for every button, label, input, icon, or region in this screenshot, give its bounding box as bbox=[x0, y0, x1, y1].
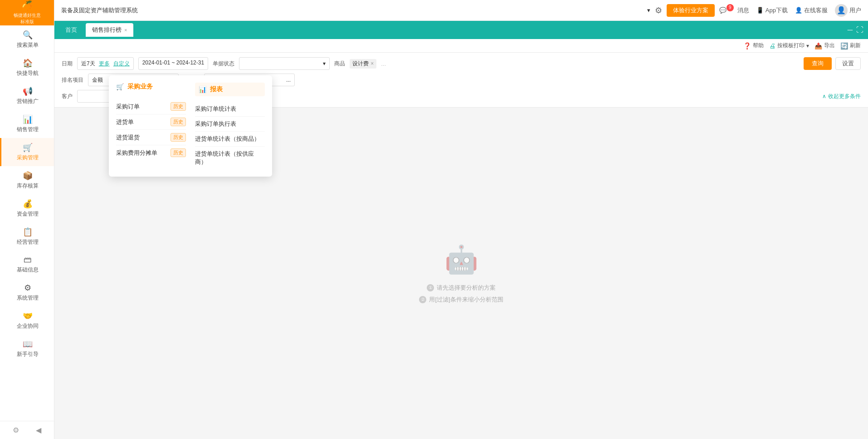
main-area: 装备及固定资产辅助管理系统 ▾ ⚙ 体验行业方案 💬 9 消息 📱 App下载 … bbox=[54, 0, 868, 439]
item-label: 进货单 bbox=[116, 118, 134, 126]
reports-col: 📊 报表 采购订单统计表 采购订单执行表 进货单统计表（按商品） 进货单统计表（… bbox=[195, 83, 265, 169]
purchase-col: 🛒 采购业务 采购订单 历史 进货单 历史 进货退货 历史 bbox=[116, 83, 186, 169]
dropdown-cols: 🛒 采购业务 采购订单 历史 进货单 历史 进货退货 历史 bbox=[116, 83, 265, 169]
item-label: 进货单统计表（按商品） bbox=[195, 135, 260, 143]
history-badge: 历史 bbox=[171, 118, 186, 126]
dropdown-item-purchase-order-exec[interactable]: 采购订单执行表 bbox=[195, 117, 265, 132]
item-label: 采购订单统计表 bbox=[195, 105, 236, 113]
reports-col-header: 📊 报表 bbox=[195, 83, 265, 96]
item-label: 进货退货 bbox=[116, 133, 140, 142]
dropdown-item-goods-stats-by-supplier[interactable]: 进货单统计表（按供应商） bbox=[195, 147, 265, 169]
history-badge: 历史 bbox=[171, 102, 186, 111]
reports-header-icon: 📊 bbox=[199, 86, 206, 93]
history-badge: 历史 bbox=[171, 148, 186, 157]
item-label: 采购订单 bbox=[116, 103, 140, 111]
dropdown-menu: 🛒 采购业务 采购订单 历史 进货单 历史 进货退货 历史 bbox=[109, 75, 272, 177]
content: ❓ 帮助 🖨 按模板打印 ▾ 📤 导出 🔄 刷新 日期 近7天 bbox=[54, 39, 868, 439]
purchase-header-icon: 🛒 bbox=[116, 83, 124, 90]
dropdown-item-goods-receipt[interactable]: 进货单 历史 bbox=[116, 114, 186, 130]
dropdown-item-goods-stats-by-product[interactable]: 进货单统计表（按商品） bbox=[195, 132, 265, 147]
dropdown-item-purchase-order-stats[interactable]: 采购订单统计表 bbox=[195, 102, 265, 117]
dropdown-item-purchase-order[interactable]: 采购订单 历史 bbox=[116, 99, 186, 114]
purchase-col-header: 🛒 采购业务 bbox=[116, 83, 186, 94]
dropdown-item-goods-return[interactable]: 进货退货 历史 bbox=[116, 130, 186, 145]
item-label: 采购费用分摊单 bbox=[116, 149, 157, 157]
purchase-header-label: 采购业务 bbox=[127, 83, 153, 91]
history-badge: 历史 bbox=[171, 133, 186, 142]
dropdown-item-purchase-expense[interactable]: 采购费用分摊单 历史 bbox=[116, 145, 186, 160]
item-label: 采购订单执行表 bbox=[195, 120, 236, 128]
item-label: 进货单统计表（按供应商） bbox=[195, 150, 265, 166]
reports-header-label: 报表 bbox=[210, 85, 223, 94]
